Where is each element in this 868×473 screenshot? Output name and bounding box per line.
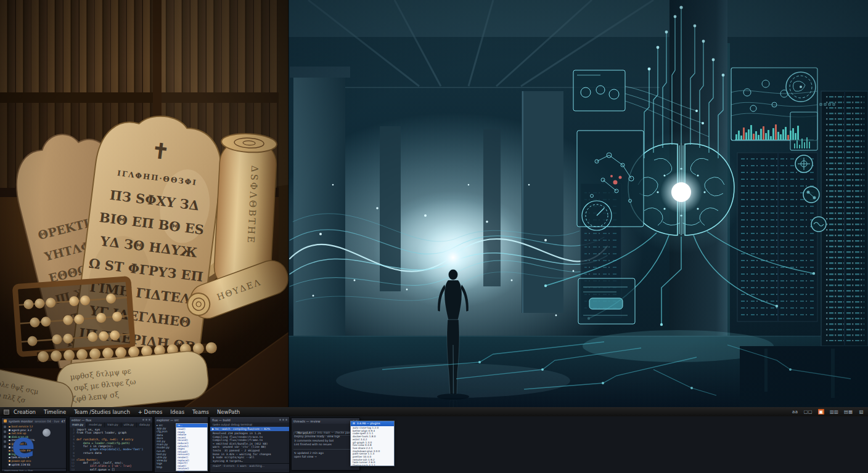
wallpaper: ΘΡΕΚΤΙ ΘΒ ΥΗΤΛΦΗΓΕ ΕΘΘΩΠ ΗΓ Ш ЖΕ ΕЖΕΕ Ш …	[0, 0, 868, 407]
window-controls[interactable]	[142, 419, 150, 421]
hud-bar	[755, 131, 757, 140]
hud-side-bar	[799, 145, 800, 148]
status-dot	[9, 426, 10, 428]
tray-icon[interactable]: aa	[792, 409, 798, 414]
rail-icon[interactable]	[4, 435, 6, 438]
menu-items: CreationTimelineTeam /Studies launch+ De…	[14, 409, 240, 415]
status-dot	[9, 436, 10, 438]
editor-tab[interactable]: model.py	[86, 422, 105, 427]
tray-icon[interactable]: ▤▦	[844, 409, 853, 414]
window-build[interactable]: flux — build tasks output debug terminal…	[210, 416, 290, 473]
hud-bar	[770, 136, 772, 140]
hud-side-bar	[794, 144, 795, 148]
hud-side-bar	[801, 139, 803, 148]
hud-bar	[750, 125, 752, 140]
threads-titlebar[interactable]: threads — review	[292, 418, 359, 424]
build-statusbar: main* · 0 errors · 1 warn · watching…	[210, 463, 289, 469]
editor-tab[interactable]: main.py	[70, 422, 86, 427]
tray-icon[interactable]: ▥▥	[830, 409, 838, 414]
status-dot	[9, 447, 10, 448]
build-toolbar[interactable]: tasks output debug terminal	[210, 422, 289, 427]
plugin-item[interactable]: theme-pack 4.2.1	[353, 464, 392, 466]
status-dot	[9, 450, 10, 452]
window-title: system monitor	[9, 419, 33, 423]
code-area[interactable]: 1import os, sys 2from flux import loader…	[70, 427, 152, 472]
divider	[293, 449, 358, 450]
window-explorer[interactable]: explorer — src ▸ srcapp.pycfg.jsondatado…	[154, 416, 208, 473]
tray-icon[interactable]: ▣	[818, 409, 824, 414]
app-icon	[4, 419, 7, 422]
rail-icon[interactable]	[4, 426, 6, 428]
window-title: explorer — src	[157, 418, 179, 422]
popup-item[interactable]: result	[178, 471, 206, 473]
hud-bar	[740, 135, 742, 140]
editor-tab[interactable]: data.py	[137, 422, 153, 427]
hud-bar	[777, 132, 779, 140]
status-dot	[9, 453, 10, 455]
monitor-titlebar[interactable]: system monitor session 04 · live 47 · 23	[2, 418, 66, 424]
wallpaper-art: ΘΡΕΚΤΙ ΘΒ ΥΗΤΛΦΗΓΕ ΕΘΘΩΠ ΗΓ Ш ЖΕ ΕЖΕΕ Ш …	[0, 0, 868, 407]
editor-tab[interactable]: utils.py	[121, 422, 137, 427]
status-dot	[9, 460, 10, 462]
window-icon[interactable]	[4, 410, 9, 414]
footer-link[interactable]: open full view →	[294, 455, 357, 459]
moon-dot	[43, 429, 51, 437]
code-line: 14# eval 0.94 · loss 0.021	[70, 471, 152, 472]
hud-bar	[765, 133, 767, 140]
ancient-library-scene: ΘΡΕΚΤΙ ΘΒ ΥΗΤΛΦΗΓΕ ΕΘΘΩΠ ΗΓ Ш ЖΕ ΕЖΕΕ Ш …	[0, 0, 317, 407]
hud-bar	[758, 135, 760, 140]
window-monitor[interactable]: system monitor session 04 · live 47 · 23…	[1, 418, 67, 472]
autocomplete-popup[interactable]: re… read()readyrebaserecentrecord()reduc…	[176, 423, 208, 471]
editor-titlebar[interactable]: editor — flux	[70, 417, 152, 422]
window-editor[interactable]: editor — flux main.pymodel.pytrain.pyuti…	[69, 416, 153, 472]
menu-item[interactable]: Teams	[192, 409, 209, 415]
editor-tabs: main.pymodel.pytrain.pyutils.pydata.py	[70, 422, 152, 427]
hud-bar	[780, 134, 782, 140]
hud-bar	[768, 130, 769, 140]
menu-item[interactable]: + Demos	[138, 409, 163, 415]
menu-item[interactable]: Timeline	[44, 409, 66, 415]
bottom-strip: system monitor session 04 · live 47 · 23…	[0, 416, 868, 473]
status-dot	[9, 429, 10, 431]
hud-bar	[748, 129, 750, 140]
hud-bar	[787, 135, 789, 140]
hud-side-bar-chart	[794, 132, 815, 148]
thread-item[interactable]: Lint finished with no issues	[294, 443, 357, 447]
tray-icon[interactable]: ▢▢	[803, 409, 812, 414]
window-title: editor — flux	[72, 418, 91, 422]
status-dot	[9, 433, 10, 435]
hud-bar	[772, 128, 774, 140]
tray-icon[interactable]: ▧	[858, 409, 864, 414]
status-dot	[9, 440, 10, 442]
menu-item[interactable]: Creation	[14, 409, 36, 415]
e-logo: e	[12, 427, 35, 462]
build-log: Resolved 214 packages in 1.2sCompiling f…	[210, 431, 289, 463]
thread-footer: ↻ updated 2 min agoopen full view →	[292, 451, 359, 460]
window-controls[interactable]	[279, 419, 287, 421]
hud-side-bar	[796, 140, 798, 148]
hud-bar	[743, 127, 745, 140]
rail-icon[interactable]	[4, 431, 6, 433]
grid-icon: ⊞	[353, 421, 355, 426]
menu-item[interactable]: Team /Studies launch	[74, 409, 130, 415]
rail-icon[interactable]	[4, 440, 6, 443]
hud-bar	[753, 134, 755, 140]
hud-side-bar	[809, 142, 810, 148]
editor-tab[interactable]: train.py	[105, 422, 121, 427]
build-highlight-row[interactable]: ▶ tsc --watch · compiling flux/core — 82…	[210, 427, 289, 431]
desktop: ΘΡΕΚΤΙ ΘΒ ΥΗΤΛΦΗΓΕ ΕΘΘΩΠ ΗΓ Ш ЖΕ ΕЖΕΕ Ш …	[0, 0, 868, 473]
menu-item[interactable]: Ideas	[170, 409, 184, 415]
hud-bar	[760, 129, 762, 140]
build-titlebar[interactable]: flux — build	[210, 417, 289, 422]
thread-list: ✓ Merged #412 into main — checks passedD…	[292, 431, 359, 448]
plugins-titlebar[interactable]: ⊞ 3.4.98 — plugins	[351, 421, 394, 426]
window-stats: 47 · 23	[61, 419, 66, 423]
menu-item[interactable]: NewPath	[217, 409, 240, 415]
status-dot	[9, 457, 10, 459]
window-plugins[interactable]: ⊞ 3.4.98 — plugins auto-close-tag 1.2.0b…	[350, 421, 395, 466]
hud-bar	[738, 131, 740, 140]
rail-icon[interactable]	[4, 445, 6, 448]
window-meta: session 04 · live	[35, 419, 59, 423]
explorer-titlebar[interactable]: explorer — src	[155, 417, 208, 422]
hud-bar	[763, 126, 764, 140]
